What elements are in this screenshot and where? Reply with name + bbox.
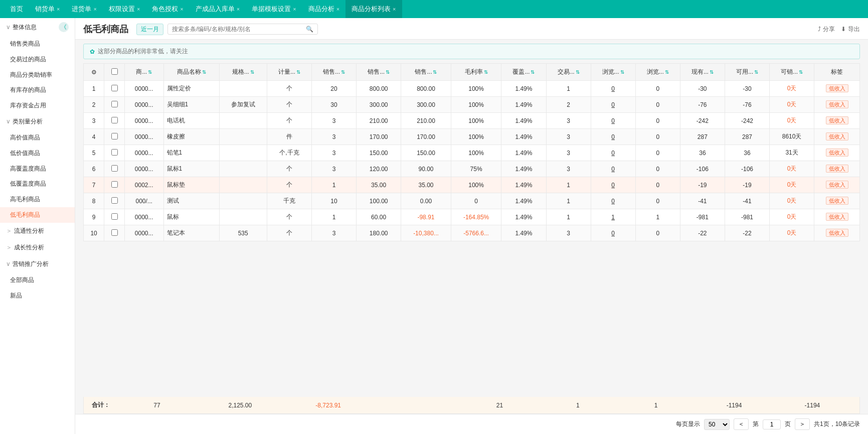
close-icon[interactable]: × (93, 6, 96, 12)
nav-item-roles[interactable]: 角色授权 × (146, 0, 189, 18)
cell-view1[interactable]: 0 (591, 81, 635, 97)
search-input[interactable] (172, 26, 306, 33)
sidebar-item-high-margin[interactable]: 高毛利商品 (0, 192, 75, 207)
col-view1[interactable]: 浏览...⇅ (591, 64, 635, 81)
col-name[interactable]: 商品名称⇅ (163, 64, 219, 81)
cell-view1[interactable]: 0 (591, 193, 635, 209)
cell-checkbox[interactable] (104, 81, 125, 97)
nav-item-purchase[interactable]: 进货单 × (66, 0, 102, 18)
col-sales-profit[interactable]: 销售...⇅ (401, 64, 451, 81)
cell-checkbox[interactable] (104, 209, 125, 225)
nav-item-permissions[interactable]: 权限设置 × (103, 0, 146, 18)
close-icon[interactable]: × (237, 6, 240, 12)
cell-checkbox[interactable] (104, 161, 125, 177)
sidebar-group-liquidity[interactable]: ＞ 流通性分析 (0, 223, 75, 239)
sidebar-item-low-margin[interactable]: 低毛利商品 (0, 207, 75, 223)
sidebar-group-marketing[interactable]: ∨ 营销推广分析 (0, 256, 75, 272)
sidebar-item-stock-goods[interactable]: 有库存的商品 (0, 82, 75, 98)
sidebar-item-low-coverage[interactable]: 低覆盖度商品 (0, 176, 75, 192)
cell-view1[interactable]: 0 (591, 97, 635, 113)
cell-checkbox[interactable] (104, 113, 125, 129)
time-filter-tag[interactable]: 近一月 (136, 24, 163, 35)
col-available[interactable]: 可用...⇅ (725, 64, 769, 81)
share-button[interactable]: ⤴ 分享 (818, 25, 835, 34)
row-checkbox[interactable] (111, 181, 118, 188)
select-all-checkbox[interactable] (111, 68, 118, 75)
sidebar-item-stock-capital[interactable]: 库存资金占用 (0, 98, 75, 113)
col-unit[interactable]: 计量...⇅ (267, 64, 311, 81)
nav-item-template[interactable]: 单据模板设置 × (246, 0, 302, 18)
row-checkbox[interactable] (111, 197, 118, 204)
cell-checkbox[interactable] (104, 177, 125, 193)
cell-name[interactable]: 测试 (163, 193, 219, 209)
row-checkbox[interactable] (111, 85, 118, 91)
page-number-input[interactable] (763, 419, 781, 429)
cell-name[interactable]: 铅笔1 (163, 145, 219, 161)
row-checkbox[interactable] (111, 165, 118, 172)
sidebar-item-sales-goods[interactable]: 销售类商品 (0, 36, 75, 52)
col-sales-qty[interactable]: 销售...⇅ (311, 64, 356, 81)
sidebar-item-category-rate[interactable]: 商品分类助销率 (0, 67, 75, 83)
cell-name[interactable]: 橡皮擦 (163, 129, 219, 145)
cell-checkbox[interactable] (104, 97, 125, 113)
sidebar-item-traded-goods[interactable]: 交易过的商品 (0, 52, 75, 67)
settings-icon[interactable]: ⚙ (91, 69, 97, 76)
col-view2[interactable]: 浏览...⇅ (635, 64, 680, 81)
cell-name[interactable]: 吴细细1 (163, 97, 219, 113)
col-coverage[interactable]: 覆盖...⇅ (501, 64, 546, 81)
cell-checkbox[interactable] (104, 129, 125, 145)
cell-name[interactable]: 电话机 (163, 113, 219, 129)
col-tag[interactable]: 标签 (814, 64, 860, 81)
nav-item-home[interactable]: 首页 (4, 0, 29, 18)
sidebar-group-overall[interactable]: ∨ 整体信息 《 (0, 18, 75, 36)
nav-item-product-entry[interactable]: 产成品入库单 × (190, 0, 246, 18)
cell-view1[interactable]: 1 (591, 209, 635, 225)
cell-view1[interactable]: 0 (591, 129, 635, 145)
cell-name[interactable]: 笔记本 (163, 225, 219, 241)
col-checkbox[interactable] (104, 64, 125, 81)
collapse-icon[interactable]: 《 (59, 22, 69, 32)
cell-view1[interactable]: 0 (591, 145, 635, 161)
prev-page-button[interactable]: ＜ (734, 418, 749, 430)
col-code[interactable]: 商...⇅ (124, 64, 163, 81)
cell-name[interactable]: 鼠标1 (163, 161, 219, 177)
cell-view1[interactable]: 0 (591, 177, 635, 193)
close-icon[interactable]: × (180, 6, 183, 12)
close-icon[interactable]: × (293, 6, 296, 12)
sidebar-group-growth[interactable]: ＞ 成长性分析 (0, 239, 75, 256)
row-checkbox[interactable] (111, 149, 118, 156)
search-icon[interactable]: 🔍 (306, 26, 313, 33)
sidebar-item-high-value[interactable]: 高价值商品 (0, 130, 75, 146)
nav-item-sales[interactable]: 销货单 × (29, 0, 66, 18)
col-trade[interactable]: 交易...⇅ (546, 64, 591, 81)
export-button[interactable]: ⬇ 导出 (841, 25, 860, 34)
col-gross-rate[interactable]: 毛利率⇅ (451, 64, 501, 81)
cell-checkbox[interactable] (104, 225, 125, 241)
cell-view1[interactable]: 0 (591, 161, 635, 177)
col-settings[interactable]: ⚙ (84, 64, 104, 81)
cell-name[interactable]: 鼠标 (163, 209, 219, 225)
close-icon[interactable]: × (57, 6, 60, 12)
col-current[interactable]: 现有...⇅ (680, 64, 725, 81)
col-sellable[interactable]: 可销...⇅ (770, 64, 814, 81)
next-page-button[interactable]: ＞ (795, 418, 810, 430)
cell-view1[interactable]: 0 (591, 113, 635, 129)
col-sales-price[interactable]: 销售...⇅ (357, 64, 401, 81)
cell-checkbox[interactable] (104, 145, 125, 161)
sidebar-group-category[interactable]: ∨ 类别量分析 (0, 113, 75, 130)
cell-checkbox[interactable] (104, 193, 125, 209)
per-page-select[interactable]: 50 100 200 (704, 419, 730, 430)
cell-name[interactable]: 属性定价 (163, 81, 219, 97)
cell-name[interactable]: 鼠标垫 (163, 177, 219, 193)
sidebar-item-high-coverage[interactable]: 高覆盖度商品 (0, 161, 75, 177)
close-icon[interactable]: × (137, 6, 140, 12)
col-spec[interactable]: 规格...⇅ (219, 64, 267, 81)
close-icon[interactable]: × (336, 6, 339, 12)
close-icon[interactable]: × (393, 6, 396, 12)
nav-item-analysis[interactable]: 商品分析 × (302, 0, 345, 18)
row-checkbox[interactable] (111, 213, 118, 220)
sidebar-item-all-goods[interactable]: 全部商品 (0, 272, 75, 288)
row-checkbox[interactable] (111, 133, 118, 139)
row-checkbox[interactable] (111, 117, 118, 123)
cell-view1[interactable]: 0 (591, 225, 635, 241)
